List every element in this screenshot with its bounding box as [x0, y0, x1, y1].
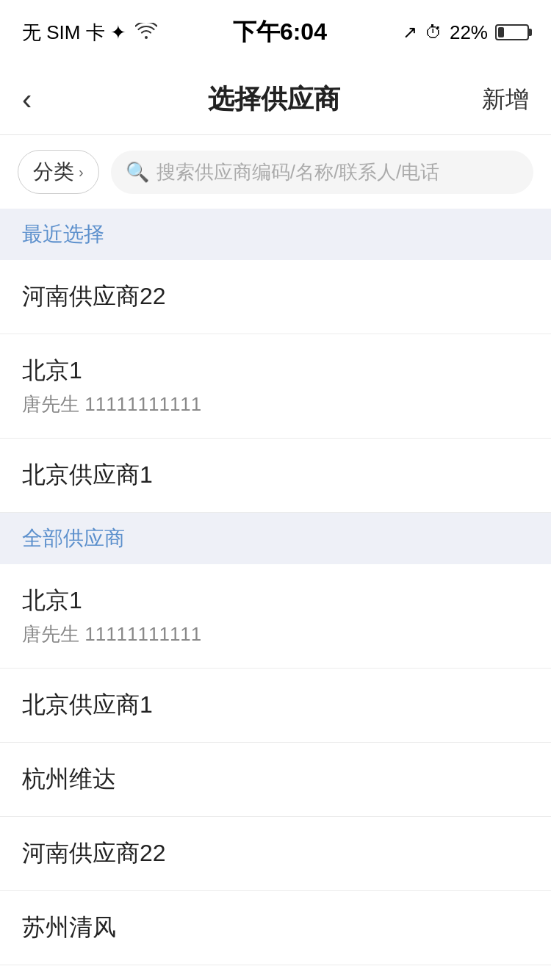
supplier-name: 北京供应商1 [22, 459, 529, 491]
add-button[interactable]: 新增 [482, 84, 529, 116]
status-left: 无 SIM 卡 ✦ [22, 20, 157, 46]
list-item[interactable]: 杭州维达 [0, 743, 551, 817]
list-item[interactable]: 苏州清风 [0, 891, 551, 965]
status-bar: 无 SIM 卡 ✦ 下午6:04 ↗ ⏱ 22% [0, 0, 551, 65]
search-icon: 🔍 [126, 161, 149, 184]
search-input[interactable]: 🔍 搜索供应商编码/名称/联系人/电话 [111, 151, 533, 194]
supplier-name: 河南供应商22 [22, 837, 529, 870]
list-item[interactable]: 北京1唐先生 11111111111 [0, 334, 551, 439]
supplier-contact: 唐先生 11111111111 [22, 621, 529, 647]
list-item[interactable]: 河南供应商22 [0, 260, 551, 334]
location-icon: ↗ [403, 22, 417, 43]
section-header-recent: 最近选择 [0, 209, 551, 260]
section-header-all: 全部供应商 [0, 513, 551, 564]
alarm-icon: ⏱ [425, 22, 442, 43]
list-item[interactable]: 北京供应商1 [0, 669, 551, 743]
page-title: 选择供应商 [208, 82, 340, 118]
wifi-icon [135, 21, 157, 44]
list-item[interactable]: 北京1唐先生 11111111111 [0, 564, 551, 669]
chevron-right-icon: › [79, 164, 84, 181]
supplier-name: 杭州维达 [22, 763, 529, 796]
status-right: ↗ ⏱ 22% [403, 21, 529, 44]
category-button[interactable]: 分类 › [18, 150, 99, 194]
supplier-name: 北京1 [22, 585, 529, 617]
back-button[interactable]: ‹ [22, 83, 66, 116]
list-item[interactable]: 河南供应商22 [0, 817, 551, 891]
category-label: 分类 [33, 158, 74, 186]
battery-percent: 22% [450, 21, 488, 44]
list-item[interactable]: 北京供应商1 [0, 439, 551, 513]
sim-status: 无 SIM 卡 ✦ [22, 20, 126, 46]
battery-icon [495, 24, 529, 40]
search-bar: 分类 › 🔍 搜索供应商编码/名称/联系人/电话 [0, 135, 551, 209]
supplier-name: 河南供应商22 [22, 281, 529, 313]
supplier-name: 北京供应商1 [22, 689, 529, 721]
supplier-contact: 唐先生 11111111111 [22, 392, 529, 417]
supplier-name: 苏州清风 [22, 912, 529, 944]
status-time: 下午6:04 [233, 16, 327, 48]
search-placeholder: 搜索供应商编码/名称/联系人/电话 [156, 159, 440, 185]
nav-bar: ‹ 选择供应商 新增 [0, 65, 551, 135]
sections-container: 最近选择河南供应商22北京1唐先生 11111111111北京供应商1全部供应商… [0, 209, 551, 965]
supplier-name: 北京1 [22, 355, 529, 387]
